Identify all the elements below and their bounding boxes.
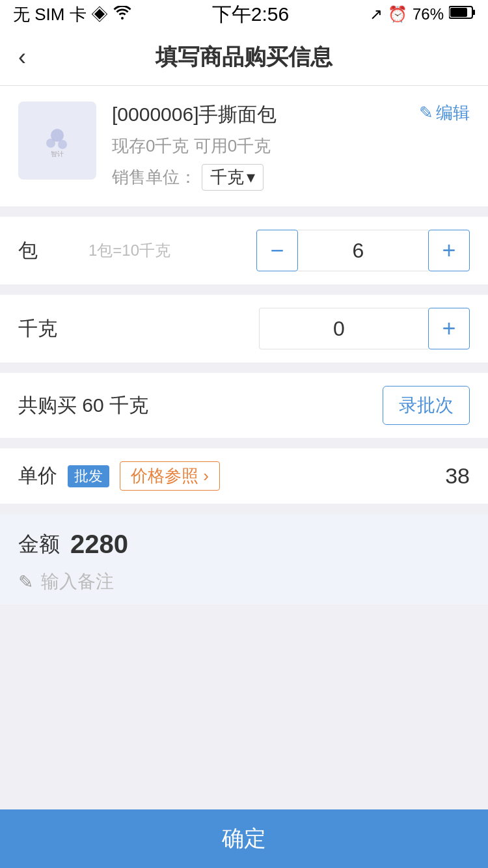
battery-icon	[449, 5, 475, 23]
wifi-icon	[113, 5, 131, 25]
summary-text: 共购买 60 千克	[18, 392, 148, 419]
svg-text:智计: 智计	[51, 150, 64, 157]
bottom-space	[0, 604, 488, 813]
product-name: [0000006]手撕面包	[112, 102, 403, 128]
alarm-icon: ⏰	[388, 5, 407, 23]
price-value: 38	[445, 463, 470, 489]
amount-value: 2280	[70, 530, 128, 559]
remark-row[interactable]: ✎ 输入备注	[18, 569, 470, 594]
price-row: 单价 批发 价格参照 › 38	[18, 461, 470, 491]
product-card: 智计 [0000006]手撕面包 现存0千克 可用0千克 销售单位： 千克 ▾ …	[0, 86, 488, 206]
price-type-badge: 批发	[68, 465, 109, 487]
svg-rect-1	[472, 10, 475, 15]
remark-placeholder: 输入备注	[41, 569, 114, 594]
price-label: 单价	[18, 463, 57, 489]
svg-point-5	[58, 140, 67, 149]
status-left: 无 SIM 卡 ◈	[13, 3, 131, 26]
bao-controls: − +	[256, 230, 470, 271]
nav-bar: ‹ 填写商品购买信息	[0, 29, 488, 86]
bao-section: 包 1包=10千克 − +	[0, 217, 488, 284]
qianke-quantity-input[interactable]	[259, 308, 428, 349]
qianke-label: 千克	[18, 316, 83, 342]
sim-label: 无 SIM 卡 ◈	[13, 3, 108, 26]
status-time: 下午2:56	[212, 1, 289, 28]
bao-plus-button[interactable]: +	[428, 230, 470, 271]
product-thumbnail: 智计	[18, 102, 96, 180]
price-section: 单价 批发 价格参照 › 38	[0, 448, 488, 504]
qianke-section: 千克 +	[0, 295, 488, 362]
qianke-plus-button[interactable]: +	[428, 308, 470, 349]
bao-row: 包 1包=10千克 − +	[0, 217, 488, 284]
bao-quantity-input[interactable]	[298, 230, 428, 271]
product-info: [0000006]手撕面包 现存0千克 可用0千克 销售单位： 千克 ▾	[112, 102, 403, 191]
bao-label: 包	[18, 237, 83, 264]
bao-sublabel: 1包=10千克	[88, 240, 170, 261]
amount-row: 金额 2280	[18, 530, 470, 559]
svg-rect-2	[450, 8, 467, 17]
unit-label: 销售单位：	[112, 166, 197, 189]
svg-point-4	[46, 139, 55, 148]
location-icon: ↗	[370, 5, 383, 23]
edit-button[interactable]: ✎ 编辑	[419, 102, 470, 124]
product-stock: 现存0千克 可用0千克	[112, 135, 403, 157]
edit-icon: ✎	[419, 103, 433, 123]
chevron-down-icon: ▾	[247, 167, 255, 187]
amount-label: 金额	[18, 530, 60, 559]
qianke-row: 千克 +	[0, 295, 488, 362]
product-unit-row: 销售单位： 千克 ▾	[112, 164, 403, 191]
amount-section: 金额 2280 ✎ 输入备注	[0, 514, 488, 604]
summary-section: 共购买 60 千克 录批次	[0, 373, 488, 438]
pencil-icon: ✎	[18, 571, 33, 593]
qianke-controls: +	[259, 308, 470, 349]
unit-select[interactable]: 千克 ▾	[202, 164, 264, 191]
page-title: 填写商品购买信息	[156, 42, 332, 72]
batch-button[interactable]: 录批次	[383, 386, 470, 425]
status-right: ↗ ⏰ 76%	[370, 5, 475, 23]
back-button[interactable]: ‹	[18, 44, 26, 71]
confirm-button[interactable]: 确定	[0, 809, 488, 868]
price-ref-button[interactable]: 价格参照 ›	[120, 461, 220, 491]
bao-minus-button[interactable]: −	[256, 230, 298, 271]
battery-percent: 76%	[413, 5, 444, 23]
status-bar: 无 SIM 卡 ◈ 下午2:56 ↗ ⏰ 76%	[0, 0, 488, 29]
